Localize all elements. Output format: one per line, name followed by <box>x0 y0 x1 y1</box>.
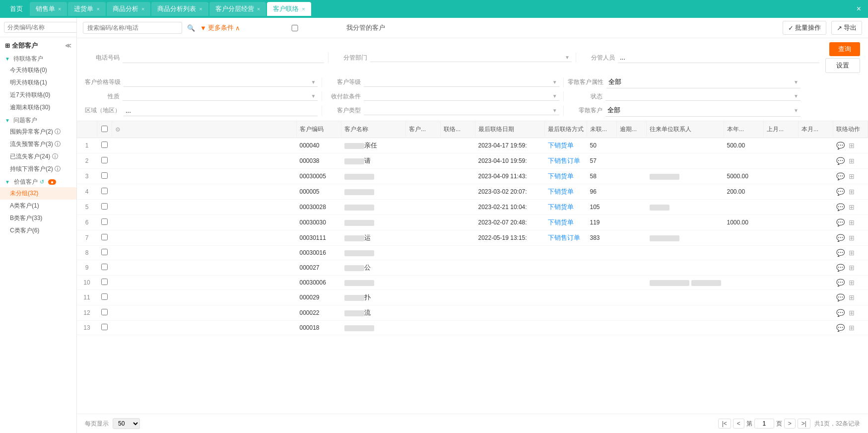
filter-retail-attr-select[interactable]: 全部 ▼ <box>606 76 801 88</box>
sidebar-item-c-class[interactable]: C类客户(6) <box>0 224 76 237</box>
sidebar-item-overdue[interactable]: 逾期未联络(30) <box>0 101 76 114</box>
row-checkbox[interactable] <box>101 157 108 163</box>
page-input[interactable] <box>754 419 774 429</box>
chat-icon[interactable]: 💬 <box>836 293 845 301</box>
grid-action-icon[interactable]: ⊞ <box>849 203 855 211</box>
window-close-button[interactable]: × <box>854 4 864 13</box>
row-last-method-link[interactable]: 下销货单 <box>548 203 574 211</box>
grid-action-icon[interactable]: ⊞ <box>849 264 855 272</box>
search-bar-icon[interactable]: 🔍 <box>187 24 195 32</box>
tab-purchase[interactable]: 进货单 × <box>68 2 105 16</box>
filter-retail-select[interactable]: 全部 ▼ <box>605 104 801 117</box>
row-checkbox[interactable] <box>101 293 108 300</box>
row-checkbox[interactable] <box>101 264 108 270</box>
col-settings-header[interactable]: ⚙ <box>112 121 297 138</box>
chat-icon[interactable]: 💬 <box>836 264 845 272</box>
row-checkbox[interactable] <box>101 218 108 225</box>
grid-action-icon[interactable]: ⊞ <box>849 218 855 226</box>
chat-icon[interactable]: 💬 <box>836 157 845 165</box>
sidebar-item-today[interactable]: 今天待联络(0) <box>0 64 76 76</box>
last-page-btn[interactable]: >| <box>798 419 810 429</box>
close-analysis-list-icon[interactable]: × <box>199 6 202 12</box>
row-checkbox[interactable] <box>101 188 108 194</box>
filter-customer-grade-select[interactable]: ▼ <box>364 78 559 87</box>
next-page-btn[interactable]: > <box>784 419 796 429</box>
grid-action-icon[interactable]: ⊞ <box>849 249 855 257</box>
sidebar-item-a-class[interactable]: A类客户(1) <box>0 200 76 212</box>
close-customer-contact-icon[interactable]: × <box>302 6 305 12</box>
grid-action-icon[interactable]: ⊞ <box>849 172 855 180</box>
col-lastmonth-header[interactable]: 上月... <box>764 121 799 138</box>
sidebar-search-input[interactable] <box>4 22 77 33</box>
first-page-btn[interactable]: |< <box>718 419 731 429</box>
batch-op-button[interactable]: ✓ 批量操作 <box>783 21 826 35</box>
sidebar-item-tomorrow[interactable]: 明天待联络(1) <box>0 76 76 89</box>
chat-icon[interactable]: 💬 <box>836 218 845 226</box>
filter-region-select[interactable]: ... <box>124 105 318 116</box>
per-page-select[interactable]: 50 20 100 <box>113 418 140 429</box>
sidebar-item-declining[interactable]: 持续下滑客户(2) ⓘ <box>0 163 76 175</box>
chat-icon[interactable]: 💬 <box>836 203 845 211</box>
col-year-header[interactable]: 本年... <box>724 121 764 138</box>
col-code-header[interactable]: 客户编码 <box>297 121 341 138</box>
row-last-method-link[interactable]: 下销货单 <box>548 142 574 149</box>
grid-action-icon[interactable]: ⊞ <box>849 279 855 287</box>
close-analysis-icon[interactable]: × <box>141 6 144 12</box>
chat-icon[interactable]: 💬 <box>836 279 845 287</box>
grid-action-icon[interactable]: ⊞ <box>849 309 855 317</box>
grid-action-icon[interactable]: ⊞ <box>849 188 855 196</box>
sidebar-all-customers[interactable]: ⊞ 全部客户 ≪ <box>0 37 76 52</box>
refresh-icon[interactable]: ↺ <box>40 179 44 185</box>
prev-page-btn[interactable]: < <box>733 419 744 429</box>
select-all-checkbox[interactable] <box>101 126 108 132</box>
close-purchase-icon[interactable]: × <box>96 6 99 12</box>
reset-button[interactable]: 设置 <box>825 58 860 73</box>
chat-icon[interactable]: 💬 <box>836 249 845 257</box>
filter-dept-select[interactable]: ▼ <box>370 53 572 62</box>
tab-customer-segment[interactable]: 客户分层经营 × <box>209 2 266 16</box>
col-partner-header[interactable]: 往来单位联系人 <box>647 121 724 138</box>
filter-price-grade-select[interactable]: ▼ <box>124 78 318 87</box>
grid-action-icon[interactable]: ⊞ <box>849 324 855 332</box>
chat-icon[interactable]: 💬 <box>836 188 845 196</box>
chat-icon[interactable]: 💬 <box>836 309 845 317</box>
row-checkbox[interactable] <box>101 279 108 285</box>
close-customer-segment-icon[interactable]: × <box>257 6 260 12</box>
col-type-header[interactable]: 客户... <box>406 121 441 138</box>
tab-sales[interactable]: 销售单 × <box>30 2 67 16</box>
row-checkbox[interactable] <box>101 249 108 255</box>
sidebar-item-abnormal[interactable]: 囤购异常客户(2) ⓘ <box>0 126 76 138</box>
chat-icon[interactable]: 💬 <box>836 324 845 332</box>
col-thismonth-header[interactable]: 本月... <box>799 121 833 138</box>
row-last-method-link[interactable]: 下销售订单 <box>548 234 580 241</box>
tab-home[interactable]: 首页 <box>4 2 29 16</box>
tab-customer-contact[interactable]: 客户联络 × <box>267 2 311 16</box>
sidebar-item-b-class[interactable]: B类客户(33) <box>0 212 76 224</box>
search-input[interactable] <box>83 22 182 34</box>
query-button[interactable]: 查询 <box>829 42 860 56</box>
tab-analysis-list[interactable]: 商品分析列表 × <box>151 2 208 16</box>
export-button[interactable]: ↗ 导出 <box>831 21 862 35</box>
col-name-header[interactable]: 客户名称 <box>341 121 406 138</box>
grid-action-icon[interactable]: ⊞ <box>849 157 855 165</box>
sidebar-item-lost[interactable]: 已流失客户(24) ⓘ <box>0 150 76 163</box>
col-date-header[interactable]: 最后联络日期 <box>475 121 545 138</box>
more-filters-btn[interactable]: ▼ 更多条件 ∧ <box>200 23 240 32</box>
grid-action-icon[interactable]: ⊞ <box>849 234 855 242</box>
col-method-header[interactable]: 最后联络方式 <box>545 121 587 138</box>
row-checkbox[interactable] <box>101 172 108 179</box>
grid-action-icon[interactable]: ⊞ <box>849 293 855 301</box>
sidebar-item-ungroup[interactable]: 未分组(32) <box>0 187 76 200</box>
row-last-method-link[interactable]: 下销货单 <box>548 218 574 226</box>
my-customers-checkbox[interactable] <box>245 25 344 31</box>
row-checkbox[interactable] <box>101 234 108 240</box>
col-un-header[interactable]: 未联... <box>587 121 617 138</box>
chat-icon[interactable]: 💬 <box>836 142 845 149</box>
filter-customer-type-select[interactable]: ▼ <box>364 106 559 115</box>
row-checkbox[interactable] <box>101 203 108 210</box>
sidebar-item-lostwarning[interactable]: 流失预警客户(3) ⓘ <box>0 138 76 150</box>
row-last-method-link[interactable]: 下销货单 <box>548 172 574 180</box>
col-contact-header[interactable]: 联络... <box>441 121 475 138</box>
col-over-header[interactable]: 逾期... <box>617 121 647 138</box>
row-checkbox[interactable] <box>101 309 108 315</box>
